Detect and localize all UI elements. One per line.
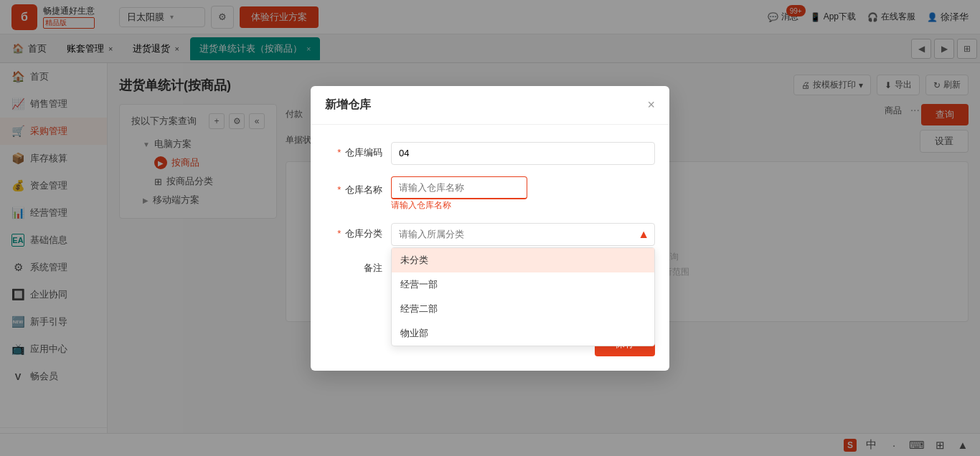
dialog-title: 新增仓库 xyxy=(325,98,371,113)
overlay: 新增仓库 × * 仓库编码 * 仓库名称 xyxy=(0,0,980,456)
new-warehouse-dialog: 新增仓库 × * 仓库编码 * 仓库名称 xyxy=(311,86,669,371)
dropdown-option-3[interactable]: 物业部 xyxy=(392,321,654,346)
category-arrow-icon[interactable]: ▲ xyxy=(638,228,649,241)
name-error-area: 请输入仓库名称 xyxy=(391,199,451,212)
code-label: * 仓库编码 xyxy=(325,142,382,159)
dropdown-option-1[interactable]: 经营一部 xyxy=(392,272,654,297)
code-input[interactable] xyxy=(391,142,655,165)
name-label: * 仓库名称 xyxy=(325,179,382,196)
dialog-body: * 仓库编码 * 仓库名称 请输入仓库名称 xyxy=(311,125,669,323)
form-row-name: * 仓库名称 请输入仓库名称 xyxy=(325,176,655,212)
name-error-message: 请输入仓库名称 xyxy=(391,200,451,210)
category-label: * 仓库分类 xyxy=(325,223,382,240)
dropdown-option-2[interactable]: 经营二部 xyxy=(392,297,654,321)
category-input[interactable] xyxy=(391,223,655,246)
dialog-header: 新增仓库 × xyxy=(311,86,669,125)
form-row-category: * 仓库分类 ▲ 未分类 经营一部 经营二部 物业部 xyxy=(325,223,655,246)
name-input-row: * 仓库名称 xyxy=(325,176,527,199)
name-input[interactable] xyxy=(391,176,527,199)
category-input-wrapper: ▲ 未分类 经营一部 经营二部 物业部 xyxy=(391,223,655,246)
form-row-code: * 仓库编码 xyxy=(325,142,655,165)
dialog-close-button[interactable]: × xyxy=(647,98,655,113)
dropdown-option-0[interactable]: 未分类 xyxy=(392,248,654,272)
category-dropdown: 未分类 经营一部 经营二部 物业部 xyxy=(391,247,655,346)
remark-label: 备注 xyxy=(325,257,382,275)
